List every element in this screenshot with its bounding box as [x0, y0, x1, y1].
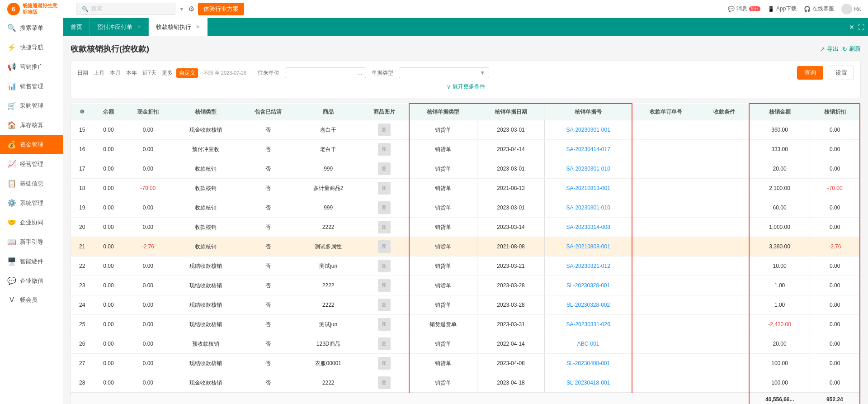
tab-receipt-close[interactable]: ✕ [196, 24, 200, 30]
sidebar-item-management[interactable]: 📈 经营管理 [0, 154, 63, 174]
sidebar-item-wechat[interactable]: 💬 企业微信 [0, 271, 63, 290]
query-button[interactable]: 查询 [797, 66, 823, 80]
sidebar-item-collab[interactable]: 🤝 企业协同 [0, 213, 63, 232]
tab-prepay-close[interactable]: ✕ [137, 24, 141, 30]
refresh-button[interactable]: ↻ 刷新 [842, 45, 861, 53]
partner-input[interactable]: ... [285, 67, 366, 78]
row-amount: 360.00 [749, 120, 810, 140]
nav-tabs: 首页 预付冲应付单 ✕ 收款核销执行 ✕ ✕ ⛶ [63, 18, 868, 36]
type-select[interactable]: ▼ [399, 67, 489, 78]
row-balance: 0.00 [93, 334, 123, 354]
sidebar-item-system[interactable]: ⚙️ 系统管理 [0, 193, 63, 213]
message-item[interactable]: 💬 消息 99+ [728, 5, 760, 13]
date-btn-thisyear[interactable]: 本年 [124, 68, 139, 78]
settings-button[interactable]: 设置 [829, 66, 854, 80]
col-settings[interactable]: ⚙ [71, 104, 93, 120]
date-btn-custom[interactable]: 自定义 [176, 68, 198, 78]
sidebar-item-marketing[interactable]: 📢 营销推广 [0, 57, 63, 76]
bill-no-link[interactable]: SL-20230328-002 [566, 302, 610, 308]
tab-prepay[interactable]: 预付冲应付单 ✕ [90, 18, 149, 36]
user-name-item[interactable]: Rit [841, 4, 861, 14]
row-type: 收款核销 [172, 237, 239, 257]
row-bill-date: 2023-03-31 [477, 315, 545, 334]
bill-no-link[interactable]: SA-20230314-008 [566, 224, 610, 230]
row-no: 18 [71, 179, 93, 198]
row-cash-discount: 0.00 [124, 334, 173, 354]
row-receipt-cond [700, 315, 749, 334]
row-discount: 0.00 [810, 354, 860, 373]
date-btn-more[interactable]: 更多 [160, 68, 175, 78]
sidebar-item-vip[interactable]: V 畅会员 [0, 290, 63, 309]
sidebar-label-inventory: 库存核算 [20, 121, 43, 129]
page-header: 收款核销执行(按收款) ↗ 导出 ↻ 刷新 [71, 43, 861, 54]
sidebar-item-search[interactable]: 🔍 搜索菜单 [0, 18, 63, 38]
window-expand-icon[interactable]: ⛶ [858, 24, 864, 31]
bill-no-link[interactable]: SL-20230418-001 [566, 380, 610, 386]
date-btn-7days[interactable]: 近7天 [141, 68, 158, 78]
row-goods-img: 图 [360, 373, 409, 393]
sidebar-label-purchase: 采购管理 [20, 102, 43, 110]
bill-no-link[interactable]: SL-20230408-001 [566, 360, 610, 366]
sidebar-item-inventory[interactable]: 🏠 库存核算 [0, 115, 63, 135]
bill-no-link[interactable]: SA-20230301-001 [566, 127, 610, 133]
dropdown-arrow[interactable]: ▼ [179, 6, 184, 12]
sidebar-item-finance[interactable]: 💰 资金管理 [0, 135, 63, 154]
bill-no-link[interactable]: SA-20230414-017 [566, 146, 610, 152]
row-bill-date: 2023-03-28 [477, 276, 545, 295]
export-button[interactable]: ↗ 导出 [820, 45, 839, 53]
row-receipt-order [632, 159, 700, 179]
solution-button[interactable]: 体验行业方案 [198, 3, 244, 15]
row-bill-no: SL-20230418-001 [545, 373, 632, 393]
row-balance: 0.00 [93, 373, 123, 393]
row-type: 收款核销 [172, 179, 239, 198]
row-receipt-cond [700, 373, 749, 393]
bill-no-link[interactable]: SA-20210813-001 [566, 185, 610, 191]
expand-bar[interactable]: ∨ 展开更多条件 [77, 80, 854, 93]
bill-no-link[interactable]: SA-20230301-010 [566, 204, 610, 211]
sidebar-item-sales[interactable]: 📊 销售管理 [0, 76, 63, 96]
row-amount: 20.00 [749, 159, 810, 179]
row-receipt-cond [700, 257, 749, 276]
row-goods-img: 图 [360, 140, 409, 159]
row-goods: 老白干 [297, 120, 360, 140]
sidebar-label-search: 搜索菜单 [20, 24, 43, 32]
service-item[interactable]: 🎧 在线客服 [804, 5, 834, 13]
window-close-icon[interactable]: ✕ [849, 24, 854, 31]
top-search-box[interactable]: 🔍 搜索... [76, 3, 175, 15]
row-included: 否 [239, 237, 297, 257]
sidebar-item-purchase[interactable]: 🛒 采购管理 [0, 96, 63, 115]
sidebar-item-hardware[interactable]: 🖥️ 智能硬件 [0, 252, 63, 271]
bill-no-link[interactable]: SA-20210808-001 [566, 243, 610, 250]
date-btn-lastmonth[interactable]: 上月 [92, 68, 106, 78]
tab-home[interactable]: 首页 [63, 18, 90, 36]
bill-no-link[interactable]: SA-20230301-010 [566, 166, 610, 172]
sidebar-item-nav[interactable]: ⚡ 快捷导航 [0, 38, 63, 57]
gear-icon[interactable]: ⚙ [188, 5, 194, 13]
date-btn-thismonth[interactable]: 本月 [108, 68, 123, 78]
bill-no-link[interactable]: SL-20230328-001 [566, 282, 610, 289]
tab-receipt[interactable]: 收款核销执行 ✕ [149, 18, 208, 36]
row-balance: 0.00 [93, 257, 123, 276]
partner-dots[interactable]: ... [358, 70, 362, 76]
sidebar-item-basic[interactable]: 📋 基础信息 [0, 174, 63, 193]
filter-row: 日期 上月 本月 本年 近7天 更多 自定义 不限 至 2023-07-26 [77, 66, 854, 80]
sidebar-item-guide[interactable]: 📖 新手引导 [0, 232, 63, 252]
row-bill-no: SA-20210813-001 [545, 179, 632, 198]
sidebar-label-management: 经营管理 [20, 160, 43, 168]
bill-no-link[interactable]: SA-20230321-012 [566, 263, 610, 269]
tab-receipt-label: 收款核销执行 [156, 23, 191, 31]
row-receipt-order [632, 140, 700, 159]
row-goods: 2222 [297, 373, 360, 393]
row-included: 否 [239, 179, 297, 198]
table-scroll[interactable]: ⚙ 余额 现金折扣 核销类型 包含已结清 商品 商品图片 核销单据类型 核销单据… [71, 103, 860, 404]
row-bill-type: 销货单 [409, 257, 477, 276]
row-receipt-order [632, 257, 700, 276]
bill-no-link[interactable]: ABC-001 [577, 341, 599, 347]
bill-no-link[interactable]: SA-20230331-026 [566, 321, 610, 328]
row-bill-date: 2023-04-18 [477, 373, 545, 393]
row-receipt-cond [700, 120, 749, 140]
app-download-item[interactable]: 📱 App下载 [768, 5, 797, 13]
table-body: 15 0.00 0.00 现金收款核销 否 老白干 图 销货单 2023-03-… [71, 120, 860, 393]
top-bar: 6 畅捷通谱好生意 标准版 🔍 搜索... ▼ ⚙ 体验行业方案 💬 消息 99… [0, 0, 868, 18]
col-amount: 核销金额 [749, 104, 810, 120]
